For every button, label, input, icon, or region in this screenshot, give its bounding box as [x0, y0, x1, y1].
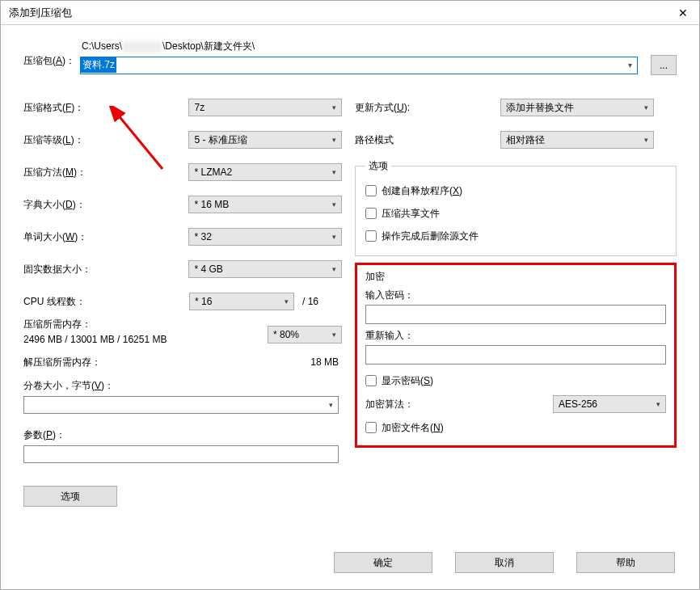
mem-label: 压缩所需内存：: [23, 318, 268, 331]
dialog-buttons: 确定 取消 帮助: [23, 549, 677, 581]
shared-label: 压缩共享文件: [382, 207, 440, 221]
method-row: 压缩方法(M)： * LZMA2▾: [23, 156, 342, 188]
cancel-button[interactable]: 取消: [455, 552, 554, 573]
shared-checkbox[interactable]: [365, 208, 377, 219]
update-select[interactable]: 添加并替换文件▾: [500, 99, 654, 116]
titlebar: 添加到压缩包 ✕: [1, 1, 699, 25]
dict-label: 字典大小(D)：: [23, 198, 188, 212]
showpw-label: 显示密码(S): [382, 374, 433, 388]
archive-name-value: 资料.7z: [81, 57, 116, 73]
word-select[interactable]: * 32▾: [188, 228, 342, 246]
params-input[interactable]: [23, 445, 339, 463]
delete-checkbox[interactable]: [365, 230, 377, 242]
split-input[interactable]: ▾: [23, 396, 339, 414]
mem-label-block: 压缩所需内存： 2496 MB / 13001 MB / 16251 MB: [23, 318, 268, 345]
params-label: 参数(P)：: [23, 428, 342, 442]
mem-value: 2496 MB / 13001 MB / 16251 MB: [23, 334, 268, 345]
sfx-checkbox[interactable]: [365, 185, 377, 196]
window-title: 添加到压缩包: [9, 6, 667, 20]
level-row: 压缩等级(L)： 5 - 标准压缩▾: [23, 124, 342, 156]
redacted-username: [123, 41, 162, 53]
encryption-groupbox: 加密 输入密码： 重新输入： 显示密码(S) 加密算法： AES-256▾: [355, 263, 677, 448]
archive-mid: C:\Users\\Desktop\新建文件夹\ 资料.7z ▾ ...: [80, 40, 677, 75]
options-groupbox: 选项 创建自释放程序(X) 压缩共享文件 操作完成后删除源文件: [355, 159, 677, 256]
pathmode-label: 路径模式: [355, 133, 500, 147]
options-button[interactable]: 选项: [23, 486, 117, 507]
dict-row: 字典大小(D)： * 16 MB▾: [23, 188, 342, 221]
split-label: 分卷大小，字节(V)：: [23, 379, 342, 393]
dict-select[interactable]: * 16 MB▾: [188, 196, 342, 213]
decomp-row: 解压缩所需内存： 18 MB: [23, 353, 342, 371]
pathmode-select[interactable]: 相对路径▾: [500, 131, 654, 149]
chevron-down-icon: ▾: [332, 265, 336, 273]
level-label: 压缩等级(L)：: [23, 133, 188, 147]
dialog-window: 添加到压缩包 ✕ 压缩包(A)： C:\Users\\Desktop\新建文件夹…: [0, 0, 700, 590]
sfx-label: 创建自释放程序(X): [382, 184, 462, 198]
ok-button[interactable]: 确定: [334, 552, 432, 573]
chevron-down-icon: ▾: [623, 61, 637, 70]
dialog-content: 压缩包(A)： C:\Users\\Desktop\新建文件夹\ 资料.7z ▾…: [1, 25, 699, 589]
format-row: 压缩格式(F)： 7z▾: [23, 91, 342, 124]
password2-input[interactable]: [365, 345, 666, 365]
showpw-checkbox[interactable]: [365, 375, 377, 386]
delete-checkbox-row: 操作完成后删除源文件: [365, 225, 666, 247]
archive-input-row: 资料.7z ▾ ...: [80, 55, 677, 75]
showpw-row: 显示密码(S): [365, 369, 666, 392]
method-select[interactable]: * LZMA2▾: [188, 163, 342, 181]
mem-pct-select[interactable]: * 80%▾: [268, 326, 342, 343]
word-label: 单词大小(W)：: [23, 230, 188, 244]
browse-button[interactable]: ...: [651, 55, 677, 75]
enc-names-label: 加密文件名(N): [382, 421, 444, 435]
solid-select[interactable]: * 4 GB▾: [188, 260, 342, 278]
chevron-down-icon: ▾: [332, 331, 336, 339]
chevron-down-icon: ▾: [329, 401, 333, 409]
cpu-row: CPU 线程数： * 16▾ / 16: [23, 285, 342, 318]
cpu-select[interactable]: * 16▾: [189, 293, 294, 310]
format-select[interactable]: 7z▾: [188, 99, 342, 116]
password2-label: 重新输入：: [365, 329, 666, 343]
update-row: 更新方式(U): 添加并替换文件▾: [355, 91, 677, 124]
close-icon: ✕: [678, 6, 688, 19]
enc-alg-label: 加密算法：: [365, 398, 414, 411]
mem-row: 压缩所需内存： 2496 MB / 13001 MB / 16251 MB * …: [23, 318, 342, 353]
enc-names-row: 加密文件名(N): [365, 416, 666, 439]
update-label: 更新方式(U):: [355, 101, 500, 115]
chevron-down-icon: ▾: [285, 297, 289, 306]
method-label: 压缩方法(M)：: [23, 166, 188, 179]
chevron-down-icon: ▾: [644, 136, 648, 144]
chevron-down-icon: ▾: [332, 200, 336, 209]
password-input[interactable]: [365, 305, 666, 324]
shared-checkbox-row: 压缩共享文件: [365, 202, 666, 225]
chevron-down-icon: ▾: [332, 233, 336, 241]
cpu-total: / 16: [302, 296, 318, 307]
delete-label: 操作完成后删除源文件: [382, 230, 479, 243]
enc-alg-select[interactable]: AES-256▾: [553, 395, 666, 413]
close-button[interactable]: ✕: [667, 1, 699, 25]
format-label: 压缩格式(F)：: [23, 101, 188, 115]
chevron-down-icon: ▾: [332, 168, 336, 176]
help-button[interactable]: 帮助: [576, 552, 675, 573]
password-label: 输入密码：: [365, 289, 666, 302]
chevron-down-icon: ▾: [656, 400, 660, 408]
solid-label: 固实数据大小：: [23, 263, 188, 276]
word-row: 单词大小(W)： * 32▾: [23, 221, 342, 253]
archive-label: 压缩包(A)：: [23, 40, 80, 68]
decomp-label: 解压缩所需内存：: [23, 356, 101, 369]
right-column: 更新方式(U): 添加并替换文件▾ 路径模式 相对路径▾ 选项: [355, 91, 677, 549]
archive-path: C:\Users\\Desktop\新建文件夹\: [80, 40, 677, 53]
archive-name-combo[interactable]: 资料.7z ▾: [80, 57, 638, 74]
pathmode-row: 路径模式 相对路径▾: [355, 124, 677, 156]
archive-row: 压缩包(A)： C:\Users\\Desktop\新建文件夹\ 资料.7z ▾…: [23, 40, 677, 75]
columns: 压缩格式(F)： 7z▾ 压缩等级(L)： 5 - 标准压缩▾: [23, 91, 677, 549]
solid-row: 固实数据大小： * 4 GB▾: [23, 253, 342, 285]
enc-alg-row: 加密算法： AES-256▾: [365, 392, 666, 416]
chevron-down-icon: ▾: [332, 136, 336, 144]
chevron-down-icon: ▾: [332, 103, 336, 112]
cpu-label: CPU 线程数：: [23, 295, 189, 309]
encryption-legend: 加密: [365, 270, 666, 284]
level-select[interactable]: 5 - 标准压缩▾: [188, 131, 342, 149]
decomp-value: 18 MB: [310, 356, 342, 368]
enc-names-checkbox[interactable]: [365, 422, 377, 433]
left-column: 压缩格式(F)： 7z▾ 压缩等级(L)： 5 - 标准压缩▾: [23, 91, 355, 549]
sfx-checkbox-row: 创建自释放程序(X): [365, 179, 666, 202]
